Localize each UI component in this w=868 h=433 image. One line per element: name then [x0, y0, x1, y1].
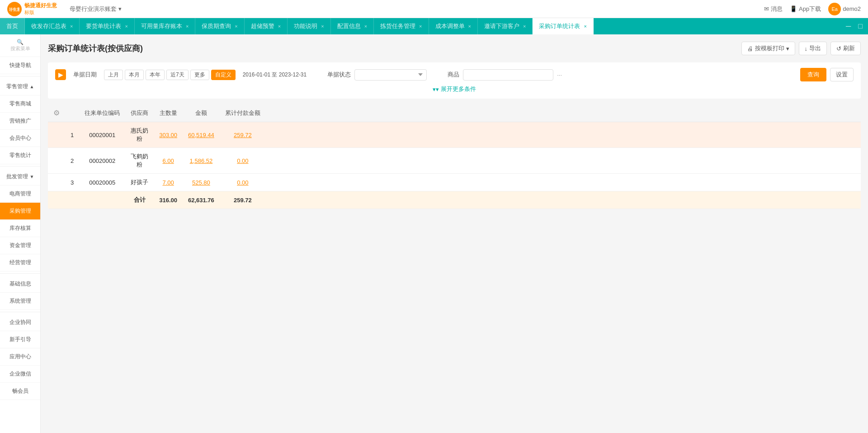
tab-invite-downstream[interactable]: 邀请下游客户 ×: [478, 18, 533, 34]
th-supplier: 供应商: [125, 104, 154, 122]
tab-config-info-close[interactable]: ×: [364, 24, 367, 29]
row3-settings: [48, 174, 65, 191]
th-main-qty: 主数量: [154, 104, 183, 122]
row3-amount: 525.80: [183, 174, 220, 191]
user-area[interactable]: Ea demo2: [828, 3, 861, 15]
sidebar-item-basic-info[interactable]: 基础信息: [0, 276, 40, 293]
table-row[interactable]: 2 00020002 飞鹤奶粉 6.00 1,586.52 0.00: [48, 148, 861, 174]
tab-expiry-query[interactable]: 保质期查询 ×: [195, 18, 244, 34]
sidebar-item-member[interactable]: 畅会员: [0, 383, 40, 400]
filter-toggle-btn[interactable]: ▶: [55, 69, 66, 80]
tab-function-desc-close[interactable]: ×: [321, 24, 324, 29]
table-body: 1 00020001 惠氏奶粉 303.00 60,519.44 259.72 …: [48, 122, 861, 191]
app-download-btn[interactable]: 📱 App下载: [790, 5, 821, 13]
nav-maximize-btn[interactable]: □: [856, 20, 864, 32]
sidebar-item-app-center[interactable]: 应用中心: [0, 348, 40, 366]
sidebar-item-basic-info-label: 基础信息: [9, 281, 31, 287]
query-btn[interactable]: 查询: [800, 68, 826, 81]
print-btn[interactable]: 🖨 按模板打印 ▾: [741, 42, 795, 55]
footer-amount: 62,631.76: [183, 191, 220, 209]
tab-picking-task[interactable]: 拣货任务管理 ×: [374, 18, 429, 34]
date-btn-this-year[interactable]: 本年: [146, 70, 165, 80]
tab-purchase-summary[interactable]: 采购订单统计表 ×: [533, 18, 593, 34]
tab-cost-adjust-close[interactable]: ×: [468, 24, 471, 29]
tab-receive-summary[interactable]: 收发存汇总表 ×: [25, 18, 80, 34]
sidebar-quick-nav-label: 快捷导航: [9, 62, 31, 68]
column-settings-icon[interactable]: ⚙: [53, 109, 60, 117]
expand-more-btn[interactable]: ▾▾ 展开更多条件: [55, 85, 854, 93]
sidebar-item-member-center-label: 会员中心: [9, 135, 31, 141]
goods-more-btn[interactable]: ···: [557, 71, 562, 78]
tab-invite-downstream-close[interactable]: ×: [523, 24, 526, 29]
date-to: 2023-12-31: [279, 71, 307, 78]
status-filter-select[interactable]: [354, 69, 427, 81]
tab-cost-adjust[interactable]: 成本调整单 ×: [429, 18, 478, 34]
row1-unit-code: 00020001: [79, 122, 125, 148]
refresh-icon: ↺: [836, 45, 841, 52]
sidebar-item-retail-stats[interactable]: 零售统计: [0, 147, 40, 164]
logo-text: 畅捷通好生意: [24, 2, 57, 10]
table-row[interactable]: 1 00020001 惠氏奶粉 303.00 60,519.44 259.72: [48, 122, 861, 148]
tab-overstock-alert[interactable]: 超储预警 ×: [245, 18, 288, 34]
sidebar-item-operation-mgmt[interactable]: 经营管理: [0, 254, 40, 271]
tab-available-stock[interactable]: 可用量库存账本 ×: [135, 18, 195, 34]
table-row[interactable]: 3 00020005 好孩子 7.00 525.80 0.00: [48, 174, 861, 191]
footer-paid-amount: 259.72: [220, 191, 266, 209]
tab-purchase-summary-close[interactable]: ×: [584, 24, 586, 29]
tab-config-info[interactable]: 配置信息 ×: [331, 18, 374, 34]
nav-minimize-btn[interactable]: ─: [844, 20, 853, 32]
footer-row: 合计 316.00 62,631.76 259.72: [48, 191, 861, 209]
sidebar-item-marketing[interactable]: 营销推广: [0, 113, 40, 130]
sidebar-item-member-center[interactable]: 会员中心: [0, 130, 40, 147]
goods-filter-input[interactable]: [463, 69, 553, 81]
sidebar-item-enterprise-collab[interactable]: 企业协同: [0, 314, 40, 331]
tab-picking-task-close[interactable]: ×: [419, 24, 422, 29]
sidebar-item-inventory-check-label: 库存核算: [9, 225, 31, 231]
table-footer: 合计 316.00 62,631.76 259.72: [48, 191, 861, 209]
sidebar-item-finance-mgmt-label: 资金管理: [9, 242, 31, 248]
tab-home[interactable]: 首页: [0, 18, 25, 34]
sidebar-item-purchase-mgmt[interactable]: 采购管理: [0, 203, 40, 220]
tab-order-summary-close[interactable]: ×: [125, 24, 127, 29]
workspace-selector[interactable]: 母婴行业演示账套 ▾: [70, 5, 122, 13]
nav-tabs: 首页 收发存汇总表 × 要货单统计表 × 可用量库存账本 × 保质期查询 × 超…: [0, 18, 868, 34]
sidebar-search[interactable]: 🔍 搜索菜单: [0, 34, 40, 57]
message-label: 消息: [771, 5, 783, 13]
wholesale-mgmt-arrow-icon: ▼: [30, 174, 34, 179]
date-btn-this-month[interactable]: 本月: [125, 70, 144, 80]
sidebar-item-retail-shop[interactable]: 零售商城: [0, 95, 40, 113]
date-btn-last-month[interactable]: 上月: [104, 70, 123, 80]
tab-receive-summary-close[interactable]: ×: [70, 24, 73, 29]
th-unit-code: 往来单位编码: [79, 104, 125, 122]
export-btn[interactable]: ↓ 导出: [799, 42, 827, 55]
footer-supplier: 合计: [125, 191, 154, 209]
message-btn[interactable]: ✉ 消息: [764, 5, 783, 13]
sidebar-item-system-mgmt-label: 系统管理: [9, 298, 31, 304]
content-area: 采购订单统计表(按供应商) 🖨 按模板打印 ▾ ↓ 导出 ↺ 刷新: [41, 34, 868, 433]
refresh-btn[interactable]: ↺ 刷新: [830, 42, 861, 55]
tab-expiry-query-close[interactable]: ×: [235, 24, 237, 29]
tab-overstock-alert-close[interactable]: ×: [278, 24, 281, 29]
sidebar-item-ecommerce-mgmt[interactable]: 电商管理: [0, 186, 40, 203]
date-btn-more[interactable]: 更多: [190, 70, 209, 80]
tab-function-desc-label: 功能说明: [294, 22, 317, 30]
row1-main-qty: 303.00: [154, 122, 183, 148]
sidebar-item-enterprise-wechat[interactable]: 企业微信: [0, 366, 40, 383]
tab-function-desc[interactable]: 功能说明 ×: [288, 18, 330, 34]
sidebar-quick-nav[interactable]: 快捷导航: [0, 57, 40, 74]
tab-available-stock-close[interactable]: ×: [186, 24, 189, 29]
date-btn-7days[interactable]: 近7天: [166, 70, 189, 80]
sidebar-item-inventory-check[interactable]: 库存核算: [0, 220, 40, 237]
sidebar-item-system-mgmt[interactable]: 系统管理: [0, 293, 40, 310]
settings-btn[interactable]: 设置: [830, 68, 854, 81]
sidebar-item-wholesale-mgmt[interactable]: 批发管理 ▼: [0, 168, 40, 186]
sidebar-item-finance-mgmt[interactable]: 资金管理: [0, 237, 40, 254]
date-btn-custom[interactable]: 自定义: [211, 70, 236, 80]
sidebar-item-new-guide[interactable]: 新手引导: [0, 331, 40, 348]
top-bar-right: ✉ 消息 📱 App下载 Ea demo2: [764, 3, 861, 15]
sidebar-item-retail-mgmt[interactable]: 零售管理 ▲: [0, 78, 40, 95]
row2-amount: 1,586.52: [183, 148, 220, 174]
tab-order-summary[interactable]: 要货单统计表 ×: [80, 18, 134, 34]
sidebar-item-retail-mgmt-label: 零售管理: [6, 83, 28, 90]
tab-overstock-alert-label: 超储预警: [251, 22, 274, 30]
